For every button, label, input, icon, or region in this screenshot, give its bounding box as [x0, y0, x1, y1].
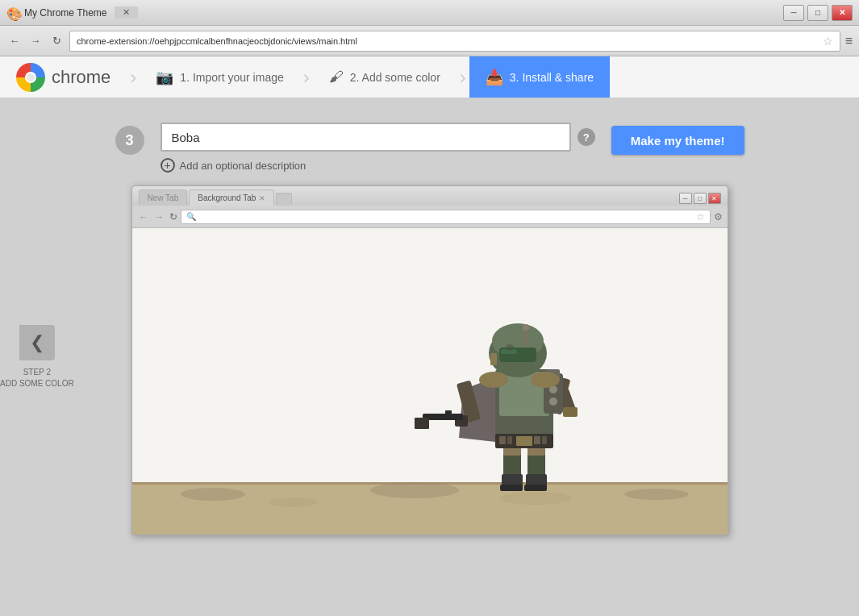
url-text: chrome-extension://oehpjpccmlcalbenfhnac…: [77, 36, 357, 46]
svg-point-6: [624, 489, 689, 500]
app-nav: chrome › 📷 1. Import your image › 🖌 2. A…: [0, 56, 859, 98]
nav-divider-2: ›: [303, 66, 310, 89]
step1-label: 1. Import your image: [180, 71, 283, 84]
svg-rect-45: [534, 436, 540, 444]
back-step-label: STEP 2: [0, 367, 74, 378]
search-icon: 🔍: [186, 212, 196, 221]
step2-label: 2. Add some color: [350, 71, 440, 84]
svg-rect-7: [132, 482, 728, 485]
back-arrow-button[interactable]: ❮: [19, 325, 55, 360]
svg-rect-24: [445, 410, 452, 415]
minimize-button[interactable]: ─: [783, 5, 804, 21]
install-icon: 📥: [486, 69, 503, 86]
step-number-badge: 3: [115, 126, 144, 155]
preview-back-btn[interactable]: ←: [137, 212, 150, 222]
chrome-logo: chrome: [0, 63, 127, 92]
svg-point-41: [479, 372, 508, 388]
form-fields: ? + Add an optional description: [161, 123, 595, 173]
chrome-ball-icon: [16, 63, 45, 92]
svg-rect-46: [542, 436, 547, 444]
window-titlebar: 🎨 My Chrome Theme ✕ ─ □ ✕: [0, 0, 859, 26]
svg-rect-34: [524, 329, 527, 345]
preview-tab-close-icon[interactable]: ✕: [259, 194, 265, 202]
help-icon[interactable]: ?: [578, 128, 595, 146]
step-form: 3 ? + Add an optional description Make m…: [115, 123, 744, 173]
add-description-label: Add an optional description: [180, 160, 306, 172]
svg-point-5: [499, 492, 572, 505]
browser-bar: ← → ↻ chrome-extension://oehpjpccmlcalbe…: [0, 26, 859, 56]
close-button[interactable]: ✕: [832, 5, 853, 21]
preview-tab-background[interactable]: Background Tab ✕: [189, 189, 274, 206]
svg-point-42: [531, 372, 560, 388]
preview-new-tab-btn[interactable]: [276, 193, 292, 206]
preview-content: [132, 228, 728, 535]
refresh-button[interactable]: ↻: [48, 33, 65, 49]
preview-tab-newtab-label: New Tab: [148, 194, 179, 202]
svg-rect-44: [507, 436, 512, 444]
window-title: My Chrome Theme: [24, 7, 106, 19]
preview-url-box[interactable]: 🔍 ☆: [181, 210, 711, 224]
preview-tab-newtab[interactable]: New Tab: [139, 189, 188, 206]
nav-divider-3: ›: [460, 66, 466, 89]
plus-icon: +: [161, 158, 175, 173]
browser-menu-icon[interactable]: ≡: [845, 34, 853, 48]
preview-gear-icon: ⚙: [714, 211, 723, 223]
chrome-inner-circle: [25, 72, 36, 83]
svg-rect-19: [516, 436, 532, 446]
svg-point-40: [549, 397, 557, 406]
browser-preview: New Tab Background Tab ✕ ─ □ ✕ ← → ↻ 🔍: [131, 185, 728, 535]
color-icon: 🖌: [329, 69, 344, 85]
svg-point-2: [181, 488, 245, 501]
svg-rect-14: [500, 485, 523, 491]
preview-titlebar: New Tab Background Tab ✕ ─ □ ✕: [132, 186, 728, 206]
theme-name-input[interactable]: [161, 123, 571, 152]
preview-addressbar: ← → ↻ 🔍 ☆ ⚙: [132, 206, 728, 228]
nav-step-import[interactable]: 📷 1. Import your image: [140, 56, 299, 98]
svg-rect-27: [563, 407, 578, 417]
step3-label: 3. Install & share: [510, 71, 594, 84]
preview-tab-bg-label: Background Tab: [198, 194, 256, 202]
address-bar[interactable]: chrome-extension://oehpjpccmlcalbenfhnac…: [69, 31, 840, 52]
nav-divider-1: ›: [130, 66, 136, 89]
preview-star-icon: ☆: [696, 211, 705, 223]
preview-refresh-btn[interactable]: ↻: [169, 211, 177, 223]
back-step-sub: ADD SOME COLOR: [0, 378, 74, 389]
back-label: STEP 2 ADD SOME COLOR: [0, 367, 74, 389]
main-content: ❮ STEP 2 ADD SOME COLOR 3 ? + Add an opt…: [0, 98, 859, 616]
back-button[interactable]: ←: [6, 33, 23, 49]
back-navigation: ❮ STEP 2 ADD SOME COLOR: [0, 325, 74, 389]
svg-point-36: [506, 344, 514, 351]
titlebar-left: 🎨 My Chrome Theme ✕: [6, 6, 138, 19]
favicon: 🎨: [6, 6, 19, 19]
svg-point-35: [523, 324, 529, 331]
preview-window-controls: ─ □ ✕: [679, 193, 721, 206]
svg-point-3: [269, 497, 318, 507]
maximize-button[interactable]: □: [807, 5, 828, 21]
nav-step-install[interactable]: 📥 3. Install & share: [469, 56, 610, 98]
svg-rect-33: [490, 353, 497, 365]
preview-minimize[interactable]: ─: [679, 193, 692, 204]
preview-close[interactable]: ✕: [708, 193, 721, 204]
preview-maximize[interactable]: □: [694, 193, 707, 204]
svg-rect-43: [499, 436, 506, 444]
close-tab-btn[interactable]: ✕: [115, 6, 138, 19]
preview-tabs: New Tab Background Tab ✕: [139, 189, 293, 206]
bookmark-icon: ☆: [823, 35, 833, 48]
svg-rect-23: [415, 418, 429, 429]
import-icon: 📷: [156, 69, 173, 86]
svg-rect-15: [524, 485, 547, 491]
theme-input-row: ?: [161, 123, 595, 152]
preview-illustration: [132, 228, 728, 535]
add-description-link[interactable]: + Add an optional description: [161, 158, 595, 173]
make-theme-button[interactable]: Make my theme!: [611, 126, 744, 155]
window-controls: ─ □ ✕: [783, 5, 853, 21]
chrome-text: chrome: [52, 67, 111, 88]
preview-forward-btn[interactable]: →: [153, 212, 166, 222]
forward-button[interactable]: →: [27, 33, 44, 49]
nav-step-color[interactable]: 🖌 2. Add some color: [313, 56, 457, 98]
